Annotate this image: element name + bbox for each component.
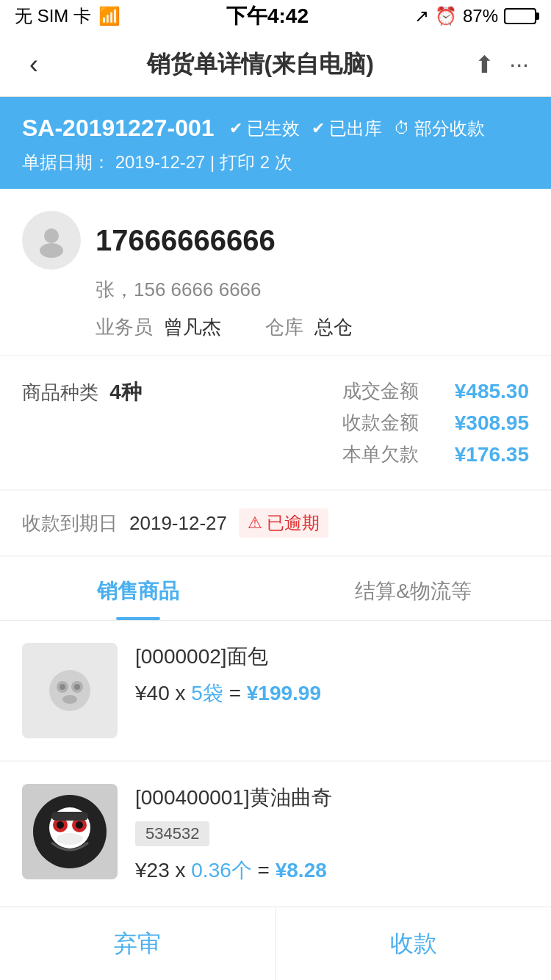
price-eq-1: = bbox=[229, 682, 247, 705]
price-x-2: x bbox=[176, 859, 192, 882]
price-qty-2: 0.36个 bbox=[191, 859, 252, 882]
svg-point-2 bbox=[49, 670, 90, 711]
location-icon: ↗ bbox=[414, 6, 429, 26]
amount-label: 成交金额 bbox=[342, 378, 419, 404]
more-icon[interactable]: ··· bbox=[509, 51, 529, 78]
price-base-2: ¥23 bbox=[135, 859, 170, 882]
received-value: ¥308.95 bbox=[433, 411, 529, 435]
overdue-dot-icon: ⚠ bbox=[248, 514, 262, 533]
print-info: | 打印 2 次 bbox=[210, 152, 292, 172]
status-left: 无 SIM 卡 📶 bbox=[15, 4, 120, 28]
badge-shipped: ✔ 已出库 bbox=[311, 117, 382, 140]
cancel-button[interactable]: 弃审 bbox=[0, 907, 276, 980]
battery-text: 87% bbox=[463, 6, 498, 26]
status-bar: 无 SIM 卡 📶 下午4:42 ↗ ⏰ 87% bbox=[0, 0, 551, 32]
customer-section: 17666666666 张，156 6666 6666 业务员 曾凡杰 仓库 总… bbox=[0, 189, 551, 355]
badge-effective: ✔ 已生效 bbox=[229, 117, 300, 140]
status-time: 下午4:42 bbox=[226, 2, 309, 30]
customer-row: 17666666666 bbox=[22, 211, 529, 270]
header-banner: SA-20191227-001 ✔ 已生效 ✔ 已出库 ⏱ 部分收款 单据日期：… bbox=[0, 97, 551, 189]
share-icon[interactable]: ⬆ bbox=[475, 51, 494, 79]
back-button[interactable]: ‹ bbox=[22, 42, 46, 87]
svg-rect-14 bbox=[51, 812, 88, 821]
battery-icon bbox=[504, 8, 536, 24]
product-code-1: [0000002]面包 bbox=[135, 643, 529, 671]
svg-point-5 bbox=[60, 684, 65, 690]
price-qty-1: 5袋 bbox=[191, 682, 223, 705]
check-icon-2: ✔ bbox=[311, 119, 325, 138]
price-base-1: ¥40 bbox=[135, 682, 170, 705]
debt-row: 本单欠款 ¥176.35 bbox=[342, 442, 529, 467]
banner-date-row: 单据日期： 2019-12-27 | 打印 2 次 bbox=[22, 151, 529, 174]
banner-badges: ✔ 已生效 ✔ 已出库 ⏱ 部分收款 bbox=[229, 117, 485, 140]
svg-point-6 bbox=[74, 684, 80, 690]
order-id: SA-20191227-001 bbox=[22, 115, 215, 142]
carrier-text: 无 SIM 卡 bbox=[15, 4, 91, 28]
clock-icon: ⏱ bbox=[394, 119, 410, 138]
product-code-2: [000400001]黄油曲奇 bbox=[135, 784, 529, 812]
warehouse-name: 总仓 bbox=[314, 316, 353, 338]
wifi-icon: 📶 bbox=[98, 6, 120, 26]
product-price-2: ¥23 x 0.36个 = ¥8.28 bbox=[135, 857, 529, 884]
status-right: ↗ ⏰ 87% bbox=[414, 6, 536, 26]
staff-label: 业务员 bbox=[96, 316, 153, 338]
amount-row: 成交金额 ¥485.30 bbox=[342, 378, 529, 404]
product-info-2: [000400001]黄油曲奇 534532 ¥23 x 0.36个 = ¥8.… bbox=[135, 784, 529, 884]
alarm-icon: ⏰ bbox=[435, 6, 457, 26]
bottom-bar: 弃审 收款 bbox=[0, 907, 551, 980]
price-total-1: ¥199.99 bbox=[247, 682, 321, 705]
staff-row: 业务员 曾凡杰 仓库 总仓 bbox=[96, 314, 529, 340]
banner-row1: SA-20191227-001 ✔ 已生效 ✔ 已出库 ⏱ 部分收款 bbox=[22, 115, 529, 142]
due-section: 收款到期日 2019-12-27 ⚠ 已逾期 bbox=[0, 491, 551, 555]
tab-settlement-label: 结算&物流等 bbox=[355, 580, 472, 602]
stats-section: 商品种类 4种 成交金额 ¥485.30 收款金额 ¥308.95 本单欠款 ¥… bbox=[0, 356, 551, 489]
product-info-1: [0000002]面包 ¥40 x 5袋 = ¥199.99 bbox=[135, 643, 529, 707]
product-item-2: [000400001]黄油曲奇 534532 ¥23 x 0.36个 = ¥8.… bbox=[0, 762, 551, 907]
customer-phone: 17666666666 bbox=[96, 224, 276, 257]
tab-products[interactable]: 销售商品 bbox=[0, 557, 276, 620]
svg-point-15 bbox=[57, 833, 83, 845]
category-value: 4种 bbox=[109, 381, 142, 403]
tab-settlement[interactable]: 结算&物流等 bbox=[276, 557, 551, 620]
warehouse-label: 仓库 bbox=[265, 316, 303, 338]
product-price-1: ¥40 x 5袋 = ¥199.99 bbox=[135, 680, 529, 707]
product-thumb-1 bbox=[22, 643, 118, 738]
page-title: 销货单详情(来自电脑) bbox=[46, 48, 475, 81]
customer-avatar bbox=[22, 211, 81, 270]
stats-left: 商品种类 4种 bbox=[22, 378, 142, 406]
stats-right: 成交金额 ¥485.30 收款金额 ¥308.95 本单欠款 ¥176.35 bbox=[342, 378, 529, 467]
price-x-1: x bbox=[176, 682, 192, 705]
product-item: [0000002]面包 ¥40 x 5袋 = ¥199.99 bbox=[0, 621, 551, 760]
due-date: 2019-12-27 bbox=[129, 512, 227, 535]
received-label: 收款金额 bbox=[342, 410, 419, 436]
nav-actions: ⬆ ··· bbox=[475, 51, 529, 79]
products-section: [0000002]面包 ¥40 x 5袋 = ¥199.99 bbox=[0, 621, 551, 907]
svg-point-13 bbox=[76, 821, 83, 829]
tab-products-label: 销售商品 bbox=[97, 580, 179, 602]
received-row: 收款金额 ¥308.95 bbox=[342, 410, 529, 436]
svg-point-12 bbox=[57, 821, 64, 829]
overdue-text: 已逾期 bbox=[267, 511, 320, 535]
header-date: 2019-12-27 bbox=[115, 152, 206, 172]
product-thumb-2 bbox=[22, 784, 118, 879]
due-label: 收款到期日 bbox=[22, 511, 118, 536]
category-label: 商品种类 bbox=[22, 381, 98, 403]
nav-bar: ‹ 销货单详情(来自电脑) ⬆ ··· bbox=[0, 32, 551, 97]
amount-value: ¥485.30 bbox=[433, 380, 529, 403]
svg-point-7 bbox=[62, 695, 77, 704]
debt-label: 本单欠款 bbox=[342, 442, 419, 467]
price-total-2: ¥8.28 bbox=[276, 859, 327, 882]
date-label: 单据日期： bbox=[22, 152, 110, 172]
badge-partial: ⏱ 部分收款 bbox=[394, 117, 485, 140]
staff-name: 曾凡杰 bbox=[164, 316, 221, 338]
svg-point-0 bbox=[44, 228, 59, 243]
debt-value: ¥176.35 bbox=[433, 443, 529, 466]
overdue-badge: ⚠ 已逾期 bbox=[239, 508, 328, 538]
customer-info: 张，156 6666 6666 bbox=[96, 277, 529, 303]
tabs-section: 销售商品 结算&物流等 bbox=[0, 557, 551, 621]
price-eq-2: = bbox=[258, 859, 276, 882]
check-icon-1: ✔ bbox=[229, 119, 242, 138]
confirm-button[interactable]: 收款 bbox=[276, 907, 552, 980]
product-tag-2: 534532 bbox=[135, 821, 209, 846]
svg-point-1 bbox=[40, 243, 63, 258]
